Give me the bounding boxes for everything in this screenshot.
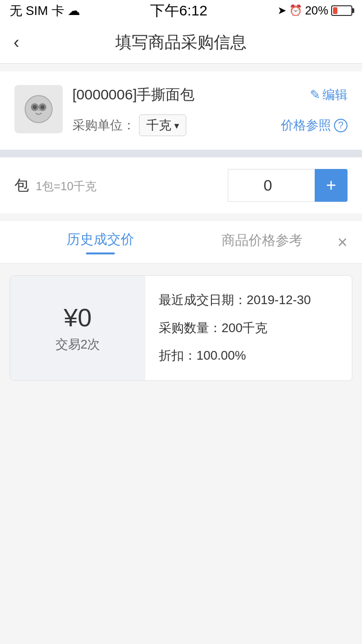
history-discount-row: 折扣：100.00%: [159, 346, 338, 366]
history-qty-row: 采购数量：200千克: [159, 318, 338, 338]
unit-row: 采购单位： 千克 ▾ 价格参照 ?: [72, 114, 348, 136]
price-ref-icon: ?: [334, 119, 348, 132]
unit-label: 采购单位：: [72, 117, 135, 134]
edit-button[interactable]: ✎ 编辑: [310, 86, 348, 103]
history-price-section: ¥0 交易2次: [10, 276, 145, 380]
tab-history-price[interactable]: 历史成交价: [19, 230, 181, 254]
status-left: 无 SIM 卡 ☁: [10, 2, 80, 19]
svg-point-3: [33, 105, 37, 109]
battery-percent: 20%: [305, 4, 328, 17]
price-ref-button[interactable]: 价格参照 ?: [281, 117, 348, 134]
battery-fill: [333, 7, 337, 14]
product-top-row: [0000006]手撕面包 ✎ 编辑 采购单位： 千克 ▾ 价格参照 ?: [14, 85, 348, 136]
back-button[interactable]: ‹: [14, 32, 19, 53]
tab-history-label: 历史成交价: [67, 230, 134, 252]
quantity-conversion: 1包=10千克: [36, 179, 97, 194]
tab-product-price-ref[interactable]: 商品价格参考: [181, 231, 343, 253]
plus-icon: +: [326, 175, 336, 196]
product-info: [0000006]手撕面包 ✎ 编辑 采购单位： 千克 ▾ 价格参照 ?: [72, 85, 348, 136]
discount-value: 100.00%: [196, 348, 246, 363]
page-header: ‹ 填写商品采购信息: [0, 21, 362, 64]
main-content: ¥0 交易2次 最近成交日期：2019-12-30 采购数量：200千克 折扣：…: [0, 275, 362, 613]
section-divider: [0, 150, 362, 157]
status-bar: 无 SIM 卡 ☁ 下午6:12 ➤ ⏰ 20%: [0, 0, 362, 21]
tab-product-label: 商品价格参考: [222, 231, 303, 253]
battery-indicator: [331, 5, 352, 16]
quantity-plus-button[interactable]: +: [315, 169, 348, 202]
edit-label: 编辑: [322, 86, 348, 103]
status-time: 下午6:12: [150, 1, 207, 21]
unit-value: 千克: [146, 117, 171, 134]
history-price-card: ¥0 交易2次 最近成交日期：2019-12-30 采购数量：200千克 折扣：…: [10, 275, 352, 381]
page-title: 填写商品采购信息: [115, 31, 247, 54]
history-trade-count: 交易2次: [56, 336, 100, 353]
quantity-left: 包 1包=10千克: [14, 176, 97, 196]
product-image: [14, 85, 63, 133]
latest-date-label: 最近成交日期：: [159, 293, 247, 307]
product-name: [0000006]手撕面包: [72, 85, 195, 105]
tab-active-underline: [86, 252, 115, 254]
tab-bar: 历史成交价 商品价格参考 ×: [0, 221, 362, 264]
history-price-value: ¥0: [64, 303, 92, 332]
gps-icon: ➤: [278, 4, 286, 17]
history-latest-date-row: 最近成交日期：2019-12-30: [159, 290, 338, 310]
alarm-icon: ⏰: [289, 4, 302, 17]
price-ref-label: 价格参照: [281, 117, 331, 134]
status-right: ➤ ⏰ 20%: [278, 4, 352, 17]
product-owl-icon: [24, 95, 53, 124]
qty-label: 采购数量：: [159, 321, 222, 335]
latest-date-value: 2019-12-30: [247, 293, 311, 307]
sim-signal-text: 无 SIM 卡 ☁: [10, 2, 80, 19]
svg-point-4: [41, 105, 44, 109]
quantity-input-group: +: [228, 169, 348, 202]
qty-value: 200千克: [222, 321, 267, 335]
product-name-row: [0000006]手撕面包 ✎ 编辑: [72, 85, 348, 105]
history-detail-section: 最近成交日期：2019-12-30 采购数量：200千克 折扣：100.00%: [145, 276, 352, 380]
unit-dropdown-icon: ▾: [174, 120, 179, 131]
quantity-input[interactable]: [228, 169, 315, 202]
quantity-row: 包 1包=10千克 +: [0, 157, 362, 213]
quantity-unit: 包: [14, 176, 29, 196]
discount-label: 折扣：: [159, 348, 196, 363]
edit-icon: ✎: [310, 87, 320, 102]
product-card: [0000006]手撕面包 ✎ 编辑 采购单位： 千克 ▾ 价格参照 ?: [0, 71, 362, 150]
unit-select[interactable]: 千克 ▾: [139, 114, 186, 136]
tab-close-button[interactable]: ×: [337, 232, 348, 252]
